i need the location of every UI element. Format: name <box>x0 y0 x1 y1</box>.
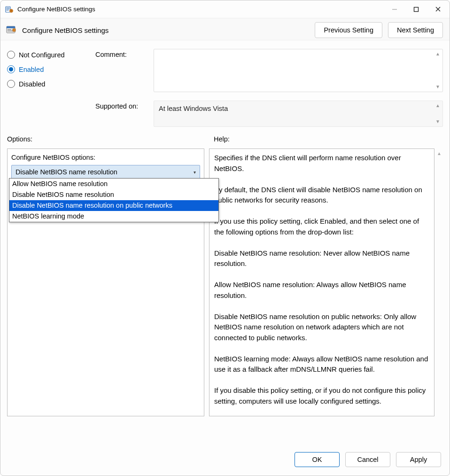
next-setting-button[interactable]: Next Setting <box>388 22 443 38</box>
window-title: Configure NetBIOS settings <box>17 6 384 13</box>
upper-region: Not Configured Enabled Disabled Comment:… <box>0 40 450 127</box>
apply-button[interactable]: Apply <box>396 452 441 467</box>
supported-label: Supported on: <box>95 101 147 127</box>
comment-row: Comment: ▲ ▼ <box>95 49 443 92</box>
policy-heading-icon <box>6 25 16 35</box>
svg-rect-8 <box>414 7 419 11</box>
comment-input[interactable] <box>154 49 443 92</box>
svg-rect-14 <box>8 31 13 31</box>
radio-label: Disabled <box>19 80 45 88</box>
panes-row: Configure NetBIOS options: Disable NetBI… <box>0 143 450 445</box>
supported-row: Supported on: At least Windows Vista ▲ ▼ <box>95 101 443 127</box>
combobox-selected-value: Disable NetBIOS name resolution <box>16 168 117 176</box>
footer-buttons: OK Cancel Apply <box>0 445 450 476</box>
svg-rect-2 <box>7 8 10 9</box>
header-row: Configure NetBIOS settings Previous Sett… <box>0 18 450 40</box>
netbios-options-combobox[interactable]: Disable NetBIOS name resolution ▾ <box>11 165 200 179</box>
radio-enabled[interactable]: Enabled <box>7 65 82 73</box>
scroll-up-icon[interactable]: ▲ <box>434 51 441 57</box>
close-button[interactable] <box>427 2 449 17</box>
comment-label: Comment: <box>95 49 147 92</box>
scroll-down-icon[interactable]: ▼ <box>434 84 441 90</box>
policy-heading: Configure NetBIOS settings <box>22 26 309 34</box>
radio-icon <box>7 51 15 59</box>
radio-icon <box>7 80 15 88</box>
help-scrollbar[interactable]: ▲ <box>434 148 443 416</box>
scroll-up-icon[interactable]: ▲ <box>436 150 442 157</box>
svg-rect-6 <box>10 10 12 11</box>
ok-button[interactable]: OK <box>295 452 340 467</box>
help-text: Specifies if the DNS client will perform… <box>209 148 434 416</box>
netbios-options-dropdown-wrap: Disable NetBIOS name resolution ▾ Allow … <box>11 165 200 179</box>
help-section-label: Help: <box>214 135 230 143</box>
radio-disabled[interactable]: Disabled <box>7 80 82 88</box>
scroll-down-icon[interactable]: ▼ <box>434 118 441 125</box>
scroll-up-icon[interactable]: ▲ <box>434 102 441 109</box>
comment-box-wrap: ▲ ▼ <box>154 49 443 92</box>
dropdown-option[interactable]: Disable NetBIOS name resolution on publi… <box>9 200 218 211</box>
titlebar: Configure NetBIOS settings <box>0 0 450 18</box>
svg-rect-12 <box>7 26 15 28</box>
options-section-label: Options: <box>7 135 204 143</box>
state-radio-group: Not Configured Enabled Disabled <box>7 49 82 127</box>
policy-editor-window: Configure NetBIOS settings Configure N <box>0 0 450 476</box>
svg-rect-1 <box>7 8 10 8</box>
window-controls <box>384 2 449 17</box>
options-config-label: Configure NetBIOS options: <box>11 154 200 161</box>
netbios-options-dropdown-list[interactable]: Allow NetBIOS name resolutionDisable Net… <box>9 178 219 222</box>
dropdown-option[interactable]: NetBIOS learning mode <box>9 211 218 222</box>
svg-rect-13 <box>8 29 11 30</box>
svg-rect-15 <box>13 29 16 31</box>
gpedit-icon <box>5 5 14 14</box>
chevron-down-icon: ▾ <box>194 170 196 175</box>
options-pane: Configure NetBIOS options: Disable NetBI… <box>7 148 204 416</box>
maximize-button[interactable] <box>405 2 427 17</box>
dropdown-option[interactable]: Allow NetBIOS name resolution <box>9 179 218 189</box>
radio-icon <box>7 65 15 73</box>
help-pane: Specifies if the DNS client will perform… <box>209 148 443 416</box>
section-labels: Options: Help: <box>0 127 450 143</box>
supported-box-wrap: At least Windows Vista ▲ ▼ <box>154 101 443 127</box>
meta-column: Comment: ▲ ▼ Supported on: At least Wind… <box>95 49 443 127</box>
cancel-button[interactable]: Cancel <box>345 452 390 467</box>
supported-value: At least Windows Vista <box>154 101 443 127</box>
svg-rect-3 <box>7 10 9 10</box>
dropdown-option[interactable]: Disable NetBIOS name resolution <box>9 189 218 200</box>
radio-not-configured[interactable]: Not Configured <box>7 51 82 59</box>
radio-label: Enabled <box>19 66 44 73</box>
radio-label: Not Configured <box>19 51 65 59</box>
minimize-button[interactable] <box>384 2 405 17</box>
previous-setting-button[interactable]: Previous Setting <box>315 22 382 38</box>
